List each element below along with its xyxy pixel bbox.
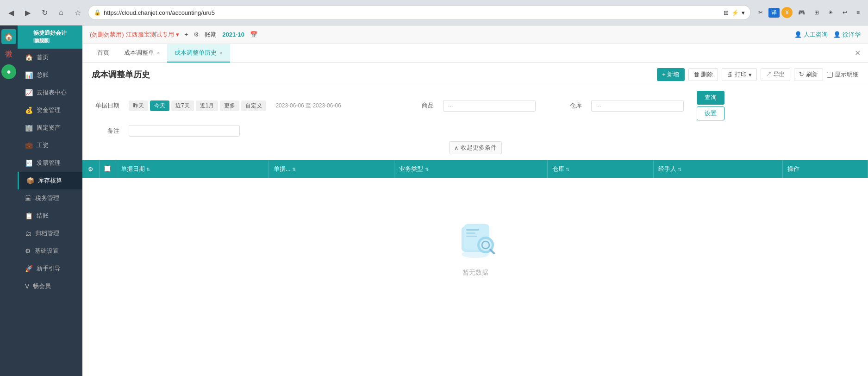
tool-translate[interactable]: 译 xyxy=(768,8,780,18)
tab-home[interactable]: 首页 xyxy=(90,44,117,63)
sidebar-item-closing[interactable]: 📋 结账 xyxy=(18,207,82,225)
th-handler[interactable]: 经手人 ⇅ xyxy=(653,160,783,178)
vip-icon: V xyxy=(25,282,29,290)
nav-back-btn[interactable]: ◀ xyxy=(5,6,18,19)
show-cols-checkbox[interactable] xyxy=(827,72,833,78)
th-ops: 操作 xyxy=(783,160,868,178)
settings-icon: ⚙ xyxy=(25,247,31,255)
th-biz-type[interactable]: 业务类型 ⇅ xyxy=(394,160,547,178)
date-btn-yesterday[interactable]: 昨天 xyxy=(129,100,148,111)
th-warehouse[interactable]: 仓库 ⇅ xyxy=(547,160,653,178)
th-checkbox[interactable] xyxy=(99,160,116,178)
address-url: https://cloud.chanjet.com/accounting/uru… xyxy=(104,9,215,16)
sidebar-item-settings[interactable]: ⚙ 基础设置 xyxy=(18,242,82,260)
calendar-icon[interactable]: 📅 xyxy=(250,31,257,38)
sidebar-item-tax[interactable]: 🏛 税务管理 xyxy=(18,189,82,207)
select-all-checkbox[interactable] xyxy=(104,165,111,172)
header-actions: + 新增 🗑 删除 🖨 打印 ▾ ↗ 导出 ↻ 刷新 显示明细 xyxy=(657,68,859,81)
data-table: ⚙ 单据日期 ⇅ 单据... ⇅ 业务类型 xyxy=(82,160,868,178)
sidebar-item-guide[interactable]: 🚀 新手引导 xyxy=(18,260,82,277)
query-btn[interactable]: 查询 xyxy=(697,91,724,105)
sidebar-item-archive[interactable]: 🗂 归档管理 xyxy=(18,225,82,242)
sort-warehouse-icon: ⇅ xyxy=(566,167,569,172)
sidebar: 畅捷通好会计 旗舰版 🏠 首页 📊 总账 📈 云报表中心 💰 资金管理 xyxy=(18,25,82,376)
tab-cost-adjust-close[interactable]: × xyxy=(157,50,160,56)
refresh-btn[interactable]: ↻ 刷新 xyxy=(794,68,823,81)
address-bar[interactable]: 🔒 https://cloud.chanjet.com/accounting/u… xyxy=(88,5,751,20)
user-icon: 👤 xyxy=(833,31,841,38)
page-title: 成本调整单历史 xyxy=(92,69,657,80)
warehouse-selector[interactable]: ··· xyxy=(591,100,684,112)
refresh-btn[interactable]: ↻ xyxy=(38,6,51,19)
company-settings-icon[interactable]: ⚙ xyxy=(194,31,199,38)
address-lightning[interactable]: ⚡ xyxy=(731,9,739,16)
page-header: 成本调整单历史 + 新增 🗑 删除 🖨 打印 ▾ ↗ 导出 ↻ 刷新 显示明细 xyxy=(82,63,868,85)
filter-area: 单据日期 昨天 今天 近7天 近1月 更多 自定义 2023-06-06 至 2… xyxy=(82,85,868,160)
date-btn-7days[interactable]: 近7天 xyxy=(171,100,194,111)
sidebar-item-assets[interactable]: 🏢 固定资产 xyxy=(18,119,82,137)
user-avatar[interactable]: 👤 徐泽华 xyxy=(833,31,861,39)
sidebar-item-vip[interactable]: V 畅会员 xyxy=(18,277,82,295)
filter-row-remark: 备注 xyxy=(92,125,859,137)
tool-grid[interactable]: ⊞ xyxy=(811,7,823,18)
tool-cut[interactable]: ✂ xyxy=(755,7,767,18)
archive-icon: 🗂 xyxy=(25,230,31,237)
tool-brightness[interactable]: ☀ xyxy=(824,7,837,18)
show-cols-toggle[interactable]: 显示明细 xyxy=(827,70,859,79)
empty-text: 暂无数据 xyxy=(462,269,488,277)
date-btn-1month[interactable]: 近1月 xyxy=(196,100,219,111)
sidebar-item-payroll[interactable]: 💼 工资 xyxy=(18,137,82,154)
tool-game[interactable]: 🎮 xyxy=(794,7,809,18)
filter-settings-btn[interactable]: 设置 xyxy=(697,107,724,120)
date-btn-custom[interactable]: 自定义 xyxy=(241,100,266,111)
date-btn-today[interactable]: 今天 xyxy=(150,100,169,111)
funds-icon: 💰 xyxy=(25,107,33,114)
th-date[interactable]: 单据日期 ⇅ xyxy=(116,160,269,178)
sidebar-item-funds[interactable]: 💰 资金管理 xyxy=(18,101,82,119)
address-dropdown[interactable]: ⊞ xyxy=(724,9,729,16)
date-filter-label: 单据日期 xyxy=(92,101,119,110)
date-btn-more[interactable]: 更多 xyxy=(220,100,239,111)
tab-cost-adjust[interactable]: 成本调整单 × xyxy=(117,44,167,63)
tool-money[interactable]: ¥ xyxy=(781,7,793,18)
home-btn[interactable]: ⌂ xyxy=(55,6,68,19)
company-selector[interactable]: (勿删勿禁用) 江西服宝测试专用 ▾ xyxy=(90,31,179,39)
delete-btn[interactable]: 🗑 删除 xyxy=(688,68,718,81)
icon-bar-home[interactable]: 🏠 xyxy=(1,29,16,44)
invoice-icon: 🧾 xyxy=(25,159,33,167)
period-bar: (勿删勿禁用) 江西服宝测试专用 ▾ + ⚙ 账期 2021-10 📅 👤 人工… xyxy=(82,25,868,44)
print-btn[interactable]: 🖨 打印 ▾ xyxy=(722,68,757,81)
top-user-area: 👤 人工咨询 👤 徐泽华 xyxy=(794,31,861,39)
goods-selector[interactable]: ··· xyxy=(443,100,536,112)
tool-undo[interactable]: ↩ xyxy=(839,7,851,18)
collapse-btn[interactable]: ∧ 收起更多条件 xyxy=(449,141,502,154)
icon-bar-green[interactable]: ● xyxy=(1,64,16,79)
star-btn[interactable]: ☆ xyxy=(71,6,84,19)
sidebar-item-invoice[interactable]: 🧾 发票管理 xyxy=(18,154,82,172)
sidebar-item-reports[interactable]: 📈 云报表中心 xyxy=(18,84,82,101)
service-btn[interactable]: 👤 人工咨询 xyxy=(794,31,828,39)
th-gear[interactable]: ⚙ xyxy=(82,160,99,178)
remark-input[interactable] xyxy=(129,125,240,137)
tool-menu[interactable]: ≡ xyxy=(853,7,863,18)
assets-icon: 🏢 xyxy=(25,124,33,132)
add-btn[interactable]: + 新增 xyxy=(657,68,684,81)
tab-cost-adjust-history[interactable]: 成本调整单历史 × xyxy=(167,44,230,63)
sort-number-icon: ⇅ xyxy=(292,167,296,172)
tab-close-all[interactable]: ✕ xyxy=(855,49,861,57)
export-btn[interactable]: ↗ 导出 xyxy=(761,68,791,81)
nav-fwd-btn[interactable]: ▶ xyxy=(21,6,34,19)
sidebar-item-ledger[interactable]: 📊 总账 xyxy=(18,66,82,84)
icon-bar-weibo[interactable]: 微 xyxy=(1,47,16,62)
browser-right-tools: ✂ 译 ¥ 🎮 ⊞ ☀ ↩ ≡ xyxy=(755,7,863,18)
sidebar-item-home[interactable]: 🏠 首页 xyxy=(18,49,82,66)
svg-line-5 xyxy=(490,250,494,253)
th-number[interactable]: 单据... ⇅ xyxy=(269,160,394,178)
add-company-btn[interactable]: + xyxy=(185,31,188,38)
table-header-row: ⚙ 单据日期 ⇅ 单据... ⇅ 业务类型 xyxy=(82,160,868,178)
inventory-icon: 📦 xyxy=(26,177,34,184)
address-chevron[interactable]: ▾ xyxy=(742,9,745,16)
tab-cost-adjust-history-close[interactable]: × xyxy=(219,50,222,56)
sidebar-item-inventory[interactable]: 📦 库存核算 xyxy=(18,172,82,189)
svg-rect-9 xyxy=(466,236,477,237)
